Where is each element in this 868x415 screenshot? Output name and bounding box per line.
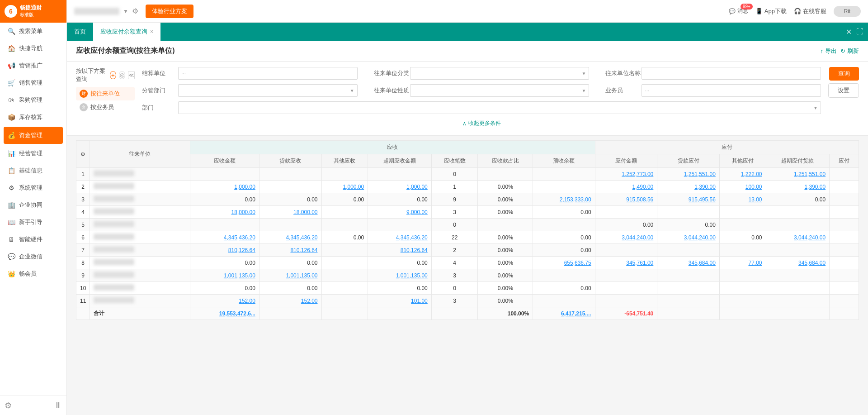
topbar-right: 💬 消息 99+ 📱 App下载 🎧 在线客服 Rit xyxy=(729,6,861,17)
footer-settings-btn[interactable]: ⚙ xyxy=(5,401,12,410)
messages-btn[interactable]: 💬 消息 99+ xyxy=(729,7,748,15)
row-ap-amount[interactable]: 1,490.00 xyxy=(595,181,657,193)
row-ar-loan[interactable]: 18,000.00 xyxy=(259,206,321,219)
partner-nature-input[interactable]: ▼ xyxy=(410,84,590,97)
sidebar-item-enterprise[interactable]: 🏢 企业协同 xyxy=(0,196,66,214)
sidebar-item-quick-nav[interactable]: 🏠 快捷导航 xyxy=(0,40,66,57)
row-ap-loan[interactable]: 345,684.00 xyxy=(657,257,720,269)
row-ap-amount: 0.00 xyxy=(595,219,657,231)
row-ap-other xyxy=(719,244,766,257)
row-ar-overdue[interactable]: 101.00 xyxy=(368,295,432,307)
sidebar-item-inventory[interactable]: 📦 库存核算 xyxy=(0,109,66,126)
col-settings-header[interactable]: ⚙ xyxy=(76,141,90,168)
row-ap-amount[interactable]: 3,044,240.00 xyxy=(595,231,657,244)
dept-input[interactable]: ▼ xyxy=(178,84,358,97)
row-ap-tail xyxy=(830,295,859,307)
collapse-conditions-btn[interactable]: ∧ 收起更多条件 xyxy=(462,117,501,130)
export-btn[interactable]: ↑ 导出 xyxy=(821,47,837,55)
field-department: 部门 ▼ xyxy=(142,101,821,114)
online-service-btn[interactable]: 🎧 在线客服 xyxy=(794,7,826,15)
tab-ar-ap-balance[interactable]: 应收应付余额查询 × xyxy=(93,23,160,41)
row-ar-amount[interactable]: 1,000.00 xyxy=(190,181,259,193)
row-ar-overdue[interactable]: 9,000.00 xyxy=(368,206,432,219)
sidebar-item-smart-hw[interactable]: 🖥 智能硬件 xyxy=(0,231,66,248)
topbar-gear-btn[interactable]: ⚙ xyxy=(132,7,138,15)
row-ap-overdue[interactable]: 1,251,551.00 xyxy=(766,168,830,181)
sidebar-item-basic-info[interactable]: 📋 基础信息 xyxy=(0,162,66,179)
row-ap-other[interactable]: 77.00 xyxy=(719,257,766,269)
scheme-item-by-unit[interactable]: 财 按往来单位 xyxy=(76,87,135,100)
more-scheme-btn[interactable]: ≪ xyxy=(128,71,135,79)
row-ap-loan[interactable]: 1,251,551.00 xyxy=(657,168,720,181)
app-download-btn[interactable]: 📱 App下载 xyxy=(755,7,787,15)
row-ap-overdue[interactable]: 345,684.00 xyxy=(766,257,830,269)
row-ar-loan[interactable]: 4,345,436.20 xyxy=(259,231,321,244)
sidebar-item-sales[interactable]: 🛒 销售管理 xyxy=(0,74,66,91)
row-ap-overdue[interactable]: 3,044,240.00 xyxy=(766,231,830,244)
row-ar-loan[interactable]: 810,126.64 xyxy=(259,244,321,257)
total-ar-amount-cell[interactable]: 19,553,472,6... xyxy=(190,307,259,320)
row-ar-overdue[interactable]: 810,126.64 xyxy=(368,244,432,257)
row-ar-amount[interactable]: 18,000.00 xyxy=(190,206,259,219)
refresh-btn[interactable]: ↻ 刷新 xyxy=(840,47,859,55)
row-ar-amount[interactable]: 152.00 xyxy=(190,295,259,307)
row-ar-amount[interactable]: 1,001,135.00 xyxy=(190,269,259,282)
row-partner-name xyxy=(90,193,190,206)
add-scheme-btn[interactable]: + xyxy=(110,71,116,79)
row-partner-name xyxy=(90,295,190,307)
row-ap-other[interactable]: 100.00 xyxy=(719,181,766,193)
jiesuan-unit-input[interactable]: ··· xyxy=(178,67,358,80)
row-ap-amount[interactable]: 345,761.00 xyxy=(595,257,657,269)
row-ar-loan: 0.00 xyxy=(259,282,321,295)
row-ar-amount[interactable]: 810,126.64 xyxy=(190,244,259,257)
row-ar-overdue[interactable]: 1,001,135.00 xyxy=(368,269,432,282)
row-prepay[interactable]: 2,153,333.00 xyxy=(533,193,595,206)
sidebar-item-purchase[interactable]: 🛍 采购管理 xyxy=(0,91,66,109)
sidebar-item-system[interactable]: ⚙ 系统管理 xyxy=(0,179,66,196)
row-ar-amount[interactable]: 4,345,436.20 xyxy=(190,231,259,244)
sidebar-item-marketing[interactable]: 📢 营销推广 xyxy=(0,57,66,74)
row-ap-amount[interactable]: 915,508.56 xyxy=(595,193,657,206)
footer-collapse-btn[interactable]: ⏸ xyxy=(54,401,62,410)
partner-name-input[interactable] xyxy=(642,67,821,80)
row-ap-overdue[interactable]: 1,390.00 xyxy=(766,181,830,193)
sidebar-item-search-menu[interactable]: 🔍 搜索菜单 xyxy=(0,23,66,40)
company-name xyxy=(74,8,119,15)
row-ar-other: 0.00 xyxy=(321,231,368,244)
row-ar-overdue[interactable]: 4,345,436.20 xyxy=(368,231,432,244)
row-ap-other[interactable]: 13.00 xyxy=(719,193,766,206)
row-ap-loan[interactable]: 1,390.00 xyxy=(657,181,720,193)
salesman-input[interactable]: ··· xyxy=(642,84,821,97)
tab-close-window-btn[interactable]: ✕ xyxy=(846,28,852,36)
sidebar-item-operations[interactable]: 📊 经营管理 xyxy=(0,145,66,162)
row-prepay[interactable]: 655,636.75 xyxy=(533,257,595,269)
partner-category-input[interactable]: ▼ xyxy=(410,67,590,80)
sidebar-item-finance[interactable]: 💰 资金管理 xyxy=(4,127,63,144)
edit-scheme-btn[interactable]: ◎ xyxy=(119,71,125,79)
row-ap-loan[interactable]: 3,044,240.00 xyxy=(657,231,720,244)
company-dropdown-btn[interactable]: ▼ xyxy=(123,8,128,14)
scheme-item-by-salesman[interactable]: ⏱ 按业务员 xyxy=(76,100,135,114)
row-ar-other[interactable]: 1,000.00 xyxy=(321,181,368,193)
sidebar-item-guide[interactable]: 📖 新手引导 xyxy=(0,214,66,231)
query-btn[interactable]: 查询 xyxy=(829,67,859,81)
tab-home[interactable]: 首页 xyxy=(67,23,93,41)
total-no-cell xyxy=(76,307,90,320)
sidebar-item-wechat[interactable]: 💬 企业微信 xyxy=(0,248,66,265)
row-ap-loan[interactable]: 915,495.56 xyxy=(657,193,720,206)
department-input[interactable]: ▼ xyxy=(178,101,821,114)
row-ap-amount[interactable]: 1,252,773.00 xyxy=(595,168,657,181)
row-ap-other[interactable]: 1,222.00 xyxy=(719,168,766,181)
row-ar-loan: 0.00 xyxy=(259,257,321,269)
tab-close-btn[interactable]: × xyxy=(150,29,153,35)
sidebar-item-member[interactable]: 👑 畅会员 xyxy=(0,265,66,282)
settings-btn[interactable]: 设置 xyxy=(828,83,859,98)
row-number: 1 xyxy=(76,168,90,181)
user-avatar[interactable]: Rit xyxy=(834,6,861,17)
promo-button[interactable]: 体验行业方案 xyxy=(146,5,193,18)
row-ar-loan[interactable]: 152.00 xyxy=(259,295,321,307)
tab-maximize-btn[interactable]: ⛶ xyxy=(856,28,863,36)
row-ar-overdue[interactable]: 1,000.00 xyxy=(368,181,432,193)
row-ar-loan[interactable]: 1,001,135.00 xyxy=(259,269,321,282)
row-ap-amount xyxy=(595,269,657,282)
